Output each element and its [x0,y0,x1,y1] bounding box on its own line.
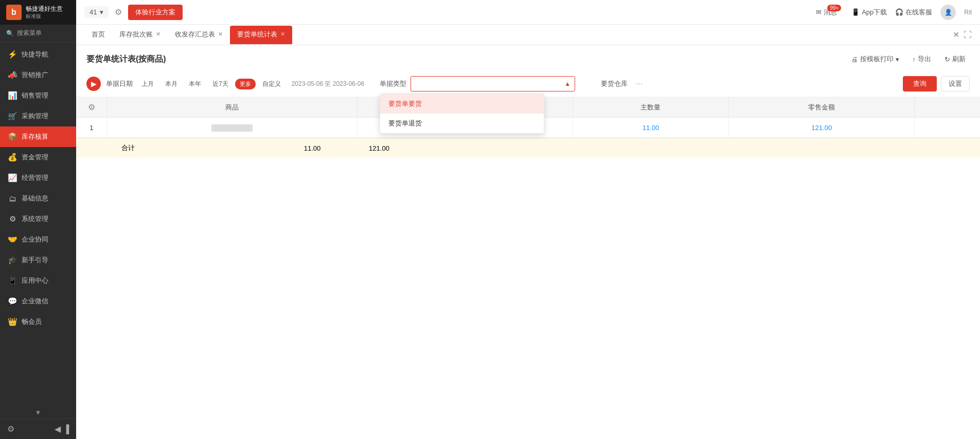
system-icon: ⚙ [7,214,17,224]
tab-order-stat-close[interactable]: ✕ [280,31,285,38]
avatar[interactable]: 👤 [940,5,956,20]
filter-settings-btn[interactable]: 设置 [941,76,970,92]
sidebar-item-basic[interactable]: 🗂 基础信息 [0,188,76,209]
sidebar-item-inventory[interactable]: 📦 库存核算 [0,126,76,147]
sidebar-item-finance[interactable]: 💰 资金管理 [0,147,76,168]
marketing-icon: 📣 [7,70,17,80]
date-label: 单据日期 [106,79,133,88]
sidebar-item-quick[interactable]: ⚡ 快捷导航 [0,44,76,65]
sidebar-item-guide[interactable]: 🎓 新手引导 [0,250,76,270]
product-placeholder [211,124,253,132]
dropdown-item-return[interactable]: 要货单退货 [380,114,544,133]
td-amount: 121.00 [729,118,915,138]
type-dropdown: 要货单要货 要货单退货 [380,94,544,134]
tab-order-stat[interactable]: 要货单统计表 ✕ [230,26,292,44]
search-icon: 🔍 [6,30,14,37]
sidebar-item-marketing[interactable]: 📣 营销推广 [0,65,76,85]
dropdown-item-order[interactable]: 要货单要货 [380,94,544,114]
th-quantity: 主数量 [573,97,728,118]
warehouse-more-icon[interactable]: ··· [636,79,643,88]
operation-icon: 📈 [7,173,17,183]
logo-icon: b [6,5,22,20]
print-arrow-icon: ▾ [896,56,899,63]
date-btn-last-month[interactable]: 上月 [137,78,158,90]
sidebar-item-operation[interactable]: 📈 经营管理 [0,168,76,188]
industry-btn[interactable]: 体验行业方案 [128,5,183,20]
enterprise-icon: 🤝 [7,234,17,245]
app-logo: b 畅捷通好生意 标准版 [0,0,76,25]
sidebar-scroll-down[interactable]: ▼ [0,406,76,418]
type-select-input[interactable]: ▲ [411,76,575,92]
app-title: 畅捷通好生意 [26,5,63,13]
sales-icon: 📊 [7,90,17,101]
print-btn[interactable]: 🖨 按模板打印 ▾ [847,52,903,66]
store-name: 41 [90,8,97,16]
td-quantity: 11.00 [573,118,728,138]
content-area: 要货单统计表(按商品) 🖨 按模板打印 ▾ ↑ 导出 ↻ 刷新 [76,45,980,439]
online-service-btn[interactable]: 🎧 在线客服 [895,8,932,17]
date-btn-more[interactable]: 更多 [235,79,256,89]
store-selector[interactable]: 41 ▾ [84,6,109,18]
footer-amount: 121.00 [346,144,413,152]
page-title: 要货单统计表(按商品) [86,54,166,65]
username-text: Rit [964,9,972,16]
date-btn-last-7[interactable]: 近7天 [208,78,233,90]
user-icon: 👤 [945,9,952,16]
online-service-label: 在线客服 [905,8,932,17]
page-container: 要货单统计表(按商品) 🖨 按模板打印 ▾ ↑ 导出 ↻ 刷新 [76,45,980,439]
tab-summary[interactable]: 收发存汇总表 ✕ [168,26,230,44]
sidebar: b 畅捷通好生意 标准版 🔍 搜索菜单 ⚡ 快捷导航 📣 营销推广 📊 销售管理… [0,0,76,439]
basic-icon: 🗂 [7,193,17,204]
td-extra [915,118,980,138]
tab-close-all[interactable]: ✕ [953,30,959,40]
export-btn[interactable]: ↑ 导出 [908,52,936,66]
sidebar-item-vip[interactable]: 👑 畅会员 [0,312,76,332]
date-btn-custom[interactable]: 自定义 [258,78,286,90]
finance-icon: 💰 [7,152,17,162]
phone-icon: 📱 [851,8,860,16]
search-menu[interactable]: 🔍 搜索菜单 [0,25,76,42]
footer-quantity: 11.00 [279,144,346,152]
wechat-icon: 💬 [7,296,17,306]
tab-batch[interactable]: 库存批次账 ✕ [112,26,168,44]
messages-badge: 99+ [827,5,841,11]
sidebar-nav: ⚡ 快捷导航 📣 营销推广 📊 销售管理 🛒 采购管理 📦 库存核算 💰 资金管… [0,42,76,406]
tab-home[interactable]: 首页 [84,26,112,44]
th-amount: 零售金额 [729,97,915,118]
tab-maximize[interactable]: ⛶ [964,30,972,40]
query-btn[interactable]: 查询 [903,76,937,92]
refresh-btn[interactable]: ↻ 刷新 [940,52,970,66]
settings-icon[interactable]: ⚙ [7,424,14,434]
sidebar-item-appstore[interactable]: 📱 应用中心 [0,270,76,291]
print-icon: 🖨 [851,56,858,63]
amount-link[interactable]: 121.00 [811,124,832,132]
appstore-icon: 📱 [7,276,17,286]
tab-bar: 首页 库存批次账 ✕ 收发存汇总表 ✕ 要货单统计表 ✕ ✕ ⛶ [76,25,980,45]
column-settings-icon[interactable]: ⚙ [88,103,95,112]
sidebar-item-enterprise[interactable]: 🤝 企业协同 [0,229,76,250]
th-settings: ⚙ [76,97,107,118]
date-btn-this-year[interactable]: 本年 [184,78,206,90]
filter-bar: ▶ 单据日期 上月 本月 本年 近7天 更多 自定义 2023-05-06 至 … [76,71,980,97]
tab-summary-close[interactable]: ✕ [218,31,223,38]
header-right: ✉ 消息 99+ 📱 App下载 🎧 在线客服 👤 Rit [816,5,972,20]
refresh-icon: ↻ [945,56,950,63]
date-btn-this-month[interactable]: 本月 [161,78,182,90]
warehouse-label: 要货仓库 [601,79,628,88]
messages-btn[interactable]: ✉ 消息 99+ [816,8,837,17]
page-actions: 🖨 按模板打印 ▾ ↑ 导出 ↻ 刷新 [847,52,970,66]
vip-icon: 👑 [7,317,17,327]
filter-toggle-btn[interactable]: ▶ [86,77,101,91]
quantity-link[interactable]: 11.00 [643,124,660,132]
guide-icon: 🎓 [7,255,17,265]
app-download-label: App下载 [862,8,887,17]
collapse-icon[interactable]: ◀ ▐ [55,424,69,434]
th-product: 商品 [107,97,357,118]
sidebar-item-purchase[interactable]: 🛒 采购管理 [0,106,76,126]
sidebar-item-system[interactable]: ⚙ 系统管理 [0,209,76,229]
sidebar-item-wechat[interactable]: 💬 企业微信 [0,291,76,312]
settings-gear-icon[interactable]: ⚙ [115,7,122,17]
app-download-btn[interactable]: 📱 App下载 [851,8,887,17]
tab-batch-close[interactable]: ✕ [156,31,161,38]
sidebar-item-sales[interactable]: 📊 销售管理 [0,85,76,106]
